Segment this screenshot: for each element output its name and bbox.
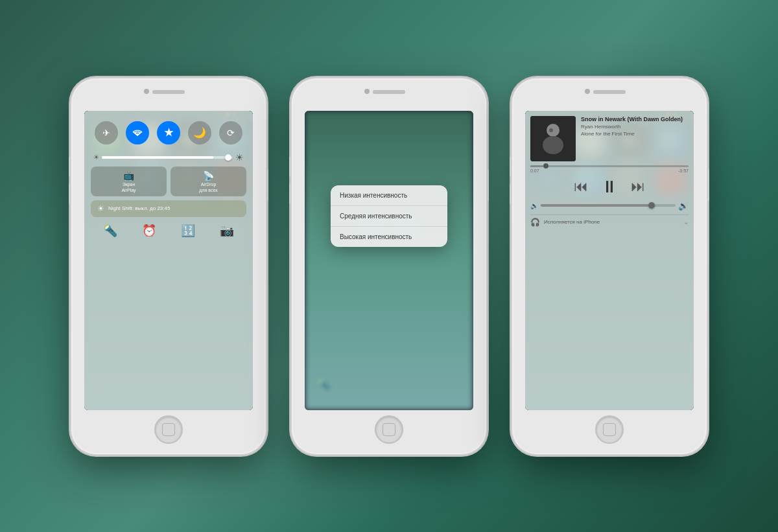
brightness-slider[interactable] xyxy=(102,156,233,159)
rotation-toggle[interactable]: ⟳ xyxy=(219,121,242,145)
volume-low-icon: 🔈 xyxy=(530,202,538,209)
airplay-screen-label: Экран xyxy=(123,182,136,187)
brightness-option-mid[interactable]: Средняя интенсивность xyxy=(331,206,447,227)
progress-thumb xyxy=(543,163,548,168)
svg-point-2 xyxy=(543,136,563,154)
music-progress: 0:07 -3:57 xyxy=(530,165,689,173)
artist-name: Ryan Hemsworth xyxy=(581,124,689,130)
vol-down-button[interactable] xyxy=(69,183,71,204)
bluetooth-toggle[interactable]: ★ xyxy=(157,121,180,145)
airplay-playing-label: Исполняется на iPhone xyxy=(544,219,679,225)
airplane-toggle[interactable]: ✈ xyxy=(95,121,118,145)
vol-down-button-2[interactable] xyxy=(289,183,292,204)
brightness-fill xyxy=(102,156,213,159)
music-info: Snow in Newark (With Dawn Golden) Ryan H… xyxy=(581,116,689,137)
vol-up-button-2[interactable] xyxy=(289,156,292,177)
rewind-button[interactable]: ⏮ xyxy=(574,178,588,195)
iphone-2: 🔦 Низкая интенсивность Средняя интенсивн… xyxy=(292,78,486,454)
cc-toggle-row: ✈ ★ 🌙 ⟳ xyxy=(91,117,246,148)
svg-point-3 xyxy=(549,128,553,132)
donotdisturb-toggle[interactable]: 🌙 xyxy=(188,121,211,145)
brightness-option-low[interactable]: Низкая интенсивность xyxy=(331,185,447,206)
iphone-1: ●●● YOTA 15:11 📶 🔋 29% 💬 Сообщения ПТ14 … xyxy=(71,78,266,454)
cc-app-row: 🔦 ⏰ 🔢 📷 xyxy=(91,221,246,240)
album-art xyxy=(530,116,576,161)
brightness-row: ☀ ☀ xyxy=(91,152,246,163)
airdrop-button[interactable]: 📡 AirDrop для всех xyxy=(171,167,246,196)
calculator-icon[interactable]: 🔢 xyxy=(181,224,195,238)
camera-dot xyxy=(144,89,149,94)
music-album-row: Snow in Newark (With Dawn Golden) Ryan H… xyxy=(530,116,689,161)
brightness-low-icon: ☀ xyxy=(93,154,99,161)
airdrop-forall-label: для всех xyxy=(199,188,217,192)
home-button-1[interactable] xyxy=(154,415,183,444)
control-center-panel: ✈ ★ 🌙 ⟳ ☀ ☀ 📺 Эк xyxy=(84,111,253,410)
time-remaining: -3:57 xyxy=(678,168,689,173)
airdrop-label: AirDrop xyxy=(201,182,217,187)
power-button-2[interactable] xyxy=(486,169,489,202)
volume-row: 🔈 🔊 xyxy=(530,201,689,211)
airplay-icon: 📺 xyxy=(123,170,134,181)
volume-thumb xyxy=(648,202,655,209)
volume-slider[interactable] xyxy=(541,204,676,207)
volume-fill xyxy=(541,204,648,207)
fastforward-button[interactable]: ⏭ xyxy=(631,178,645,195)
home-button-2[interactable] xyxy=(375,415,403,444)
cc-action-buttons: 📺 Экран AirPlay 📡 AirDrop для всех xyxy=(91,167,246,196)
iphone-3: ●●● YOTA 15:12 📶 🔋 28% 💬 Сообщения ПТ14 … xyxy=(512,78,707,454)
airplay-button[interactable]: 📺 Экран AirPlay xyxy=(91,167,167,196)
nightshift-text: Night Shift: выкл. до 23:45 xyxy=(108,205,170,211)
pause-button[interactable]: ⏸ xyxy=(601,177,618,197)
progress-fill xyxy=(530,165,543,167)
vol-down-button-3[interactable] xyxy=(510,183,512,204)
wifi-toggle[interactable] xyxy=(126,121,149,145)
brightness-high-icon: ☀ xyxy=(235,152,244,163)
volume-high-icon: 🔊 xyxy=(678,201,689,211)
song-title: Snow in Newark (With Dawn Golden) xyxy=(581,116,689,123)
camera-dot-3 xyxy=(585,89,590,94)
progress-times: 0:07 -3:57 xyxy=(530,168,689,173)
music-player-panel: Snow in Newark (With Dawn Golden) Ryan H… xyxy=(525,111,694,410)
blurred-bg-2 xyxy=(305,111,473,410)
progress-track[interactable] xyxy=(530,165,689,167)
vol-up-button-3[interactable] xyxy=(510,156,512,177)
nightshift-icon: ☀ xyxy=(97,204,104,213)
music-controls: ⏮ ⏸ ⏭ xyxy=(530,177,689,197)
album-name: Alone for the First Time xyxy=(581,131,689,137)
headphone-icon: 🎧 xyxy=(530,218,540,227)
phone2-screen: 🔦 Низкая интенсивность Средняя интенсивн… xyxy=(305,111,473,410)
airplay-label: AirPlay xyxy=(121,188,136,192)
camera-dot-2 xyxy=(364,89,370,94)
brightness-option-high[interactable]: Высокая интенсивность xyxy=(331,227,447,247)
airplay-chevron-icon[interactable]: ⌄ xyxy=(683,218,689,226)
blurred-flashlight: 🔦 xyxy=(318,378,331,391)
vol-up-button[interactable] xyxy=(69,156,71,177)
brightness-thumb xyxy=(225,154,231,161)
nightshift-row[interactable]: ☀ Night Shift: выкл. до 23:45 xyxy=(91,200,246,217)
camera-icon[interactable]: 📷 xyxy=(220,224,234,238)
flashlight-icon[interactable]: 🔦 xyxy=(103,224,117,238)
airplay-row[interactable]: 🎧 Исполняется на iPhone ⌄ xyxy=(530,214,689,229)
power-button[interactable] xyxy=(266,169,268,202)
phone3-screen: ●●● YOTA 15:12 📶 🔋 28% 💬 Сообщения ПТ14 … xyxy=(525,111,694,410)
phone1-screen: ●●● YOTA 15:11 📶 🔋 29% 💬 Сообщения ПТ14 … xyxy=(84,111,253,410)
time-current: 0:07 xyxy=(530,168,539,173)
brightness-popup: Низкая интенсивность Средняя интенсивнос… xyxy=(331,185,447,247)
timer-icon[interactable]: ⏰ xyxy=(142,224,156,238)
airdrop-icon: 📡 xyxy=(203,170,214,181)
home-button-3[interactable] xyxy=(595,415,624,444)
power-button-3[interactable] xyxy=(707,169,709,202)
